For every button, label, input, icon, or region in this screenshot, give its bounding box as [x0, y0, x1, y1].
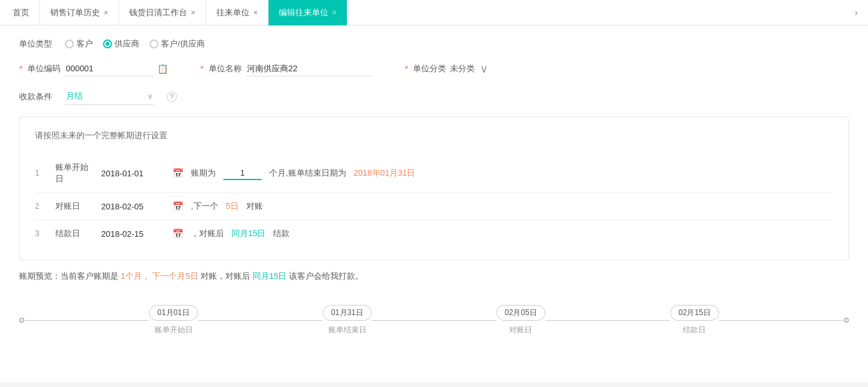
timeline-node-2: 01月31日 账单结束日: [323, 305, 372, 335]
unit-type-row: 单位类型 客户 供应商 客户/供应商: [19, 38, 849, 50]
timeline-badge-1: 01月01日: [149, 305, 198, 321]
unit-type-label: 单位类型: [19, 38, 52, 50]
tab-home-label: 首页: [13, 7, 29, 18]
period-desc-suffix-3: 结款: [273, 228, 290, 239]
payment-value: 月结: [66, 90, 145, 102]
timeline-line-2: [198, 320, 323, 321]
timeline-label-2: 账单结束日: [328, 325, 367, 335]
tab-sales-history-close[interactable]: ×: [104, 8, 108, 17]
radio-both-label: 客户/供应商: [161, 38, 205, 50]
unit-name-label: 单位名称: [209, 63, 242, 74]
period-date-2: 2018-02-05: [101, 202, 165, 211]
unit-classify-value: 未分类: [450, 63, 475, 74]
unit-code-input[interactable]: [64, 61, 153, 76]
unit-code-label: 单位编码: [27, 63, 60, 74]
period-num-2: 2: [35, 202, 48, 211]
unit-code-group: * 单位编码 📋: [19, 61, 168, 76]
tab-cash-work-label: 钱货日清工作台: [129, 7, 187, 18]
timeline-badge-3: 02月05日: [496, 305, 545, 321]
tab-edit-partner-label: 编辑往来单位: [279, 7, 328, 18]
radio-customer-circle: [65, 39, 74, 48]
preview-prefix: 账期预览：当前客户账期是: [19, 271, 118, 281]
classify-chevron-icon: ∨: [480, 62, 488, 76]
period-date-1: 2018-01-01: [101, 169, 165, 178]
unit-classify-label: 单位分类: [413, 63, 446, 74]
period-value-input[interactable]: [223, 167, 262, 180]
tab-partner-label: 往来单位: [216, 7, 249, 18]
period-desc-suffix-2: 对账: [246, 201, 263, 212]
period-cal-1[interactable]: 📅: [172, 168, 183, 178]
preview-middle: 对账，对账后: [200, 271, 250, 281]
timeline-label-3: 对账日: [509, 325, 532, 335]
tab-bar: 首页 销售订单历史 × 钱货日清工作台 × 往来单位 × 编辑往来单位 × ›: [0, 0, 868, 25]
tab-partner[interactable]: 往来单位 ×: [206, 0, 269, 25]
tab-more-button[interactable]: ›: [850, 7, 863, 18]
timeline-node-3: 02月05日 对账日: [496, 305, 545, 335]
period-type-3: 结款日: [55, 228, 94, 239]
tab-sales-history-label: 销售订单历史: [50, 7, 100, 18]
timeline-line-1: [24, 320, 149, 321]
payment-select[interactable]: 月结 ∨: [65, 88, 154, 105]
tab-edit-partner-close[interactable]: ×: [332, 8, 337, 17]
unit-info-row: * 单位编码 📋 * 单位名称 * 单位分类 未分类 ∨: [19, 61, 849, 76]
period-box: 请按照未来的一个完整帐期进行设置 1 账单开始日 2018-01-01 📅 账期…: [19, 116, 849, 260]
timeline-node-1: 01月01日 账单开始日: [149, 305, 198, 335]
period-desc-highlight-3: 同月15日: [232, 228, 265, 239]
unit-code-star: *: [19, 64, 22, 74]
timeline-label-4: 结款日: [683, 325, 706, 335]
period-type-2: 对账日: [55, 201, 94, 212]
preview-section: 账期预览：当前客户账期是 1个月， 下一个月5日 对账，对账后 同月15日 该客…: [19, 271, 849, 282]
period-date-3: 2018-02-15: [101, 229, 165, 239]
timeline-start-dot: [19, 318, 24, 323]
period-desc-highlight-2: 5日: [226, 201, 239, 212]
preview-suffix: 该客户会给我打款。: [289, 271, 363, 281]
radio-both-circle: [150, 39, 158, 48]
payment-chevron-icon: ∨: [148, 92, 153, 101]
timeline-badge-2: 01月31日: [323, 305, 372, 321]
radio-supplier[interactable]: 供应商: [103, 38, 139, 50]
preview-part3: 同月15日: [253, 271, 286, 281]
payment-label: 收款条件: [19, 91, 52, 102]
timeline: 01月01日 账单开始日 01月31日 账单结束日 02月05日 对账日 02月…: [19, 295, 849, 338]
unit-name-input[interactable]: [246, 61, 373, 76]
radio-customer[interactable]: 客户: [65, 38, 93, 50]
period-row-1: 1 账单开始日 2018-01-01 📅 账期为 个月,账单结束日期为 2018…: [35, 154, 833, 193]
preview-part1: 1个月，: [121, 271, 150, 281]
period-type-1: 账单开始日: [55, 162, 94, 185]
radio-both[interactable]: 客户/供应商: [150, 38, 205, 50]
timeline-node-4: 02月15日 结款日: [670, 305, 719, 335]
radio-supplier-label: 供应商: [115, 38, 139, 50]
period-title: 请按照未来的一个完整帐期进行设置: [35, 130, 833, 141]
tab-partner-close[interactable]: ×: [253, 8, 258, 17]
unit-classify-group: * 单位分类 未分类 ∨: [405, 62, 552, 76]
period-desc-prefix-2: ,下一个: [191, 201, 218, 212]
timeline-line-4: [545, 320, 670, 321]
tab-cash-work-close[interactable]: ×: [191, 8, 195, 17]
unit-name-group: * 单位名称: [200, 61, 372, 76]
payment-row: 收款条件 月结 ∨ ?: [19, 88, 849, 105]
tab-edit-partner[interactable]: 编辑往来单位 ×: [269, 0, 347, 25]
payment-help-icon[interactable]: ?: [167, 92, 177, 102]
period-row-2: 2 对账日 2018-02-05 📅 ,下一个 5日 对账: [35, 193, 833, 220]
unit-type-radio-group: 客户 供应商 客户/供应商: [65, 38, 205, 50]
period-row-3: 3 结款日 2018-02-15 📅 ，对账后 同月15日 结款: [35, 220, 833, 247]
timeline-badge-4: 02月15日: [670, 305, 719, 321]
period-cal-3[interactable]: 📅: [172, 229, 183, 239]
period-cal-2[interactable]: 📅: [172, 201, 183, 211]
timeline-line-5: [719, 320, 844, 321]
period-desc-prefix-3: ，对账后: [191, 228, 224, 239]
unit-code-icon[interactable]: 📋: [157, 64, 168, 74]
period-end-1: 2018年01月31日: [354, 167, 416, 179]
main-content: 单位类型 客户 供应商 客户/供应商 * 单位编码 📋 * 单位名称: [0, 25, 868, 382]
period-period-label: 账期为: [191, 167, 216, 179]
tab-sales-history[interactable]: 销售订单历史 ×: [40, 0, 119, 25]
unit-name-star: *: [200, 64, 203, 74]
tab-home[interactable]: 首页: [5, 0, 40, 25]
unit-classify-select[interactable]: 未分类 ∨: [450, 62, 552, 76]
tab-cash-work[interactable]: 钱货日清工作台 ×: [119, 0, 206, 25]
unit-classify-star: *: [405, 64, 408, 74]
timeline-end-dot: [844, 318, 849, 323]
preview-part2: 下一个月5日: [152, 271, 198, 281]
period-suffix-1: 个月,账单结束日期为: [269, 167, 346, 179]
timeline-label-1: 账单开始日: [155, 325, 193, 335]
